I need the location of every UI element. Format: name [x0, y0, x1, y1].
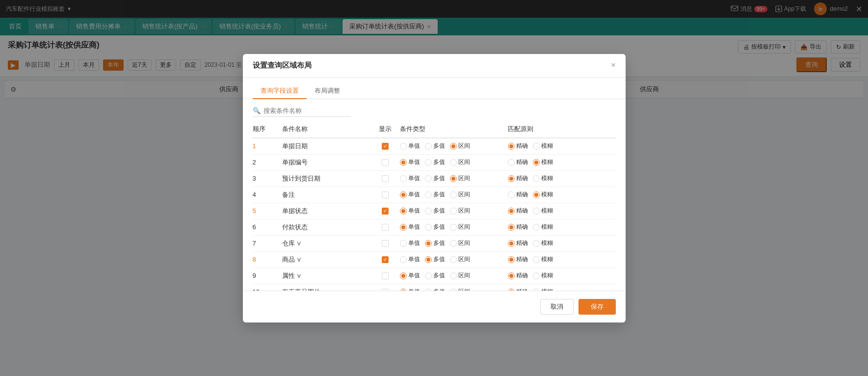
row-4-type-range[interactable]: 区间	[450, 190, 470, 199]
row-5-type-range[interactable]: 区间	[450, 207, 470, 215]
row-2-match-fuzzy[interactable]: 模糊	[533, 158, 553, 166]
row-9-match-fuzzy[interactable]: 模糊	[533, 271, 553, 280]
col-match-header: 匹配原则	[508, 125, 616, 134]
table-row: 2 单据编号 单值 多值	[253, 155, 616, 171]
table-row: 8 商品 ∨ 单值 多值	[253, 252, 616, 268]
row-5-type-single[interactable]: 单值	[400, 207, 420, 215]
row-8-type-single[interactable]: 单值	[400, 255, 420, 264]
row-9-display[interactable]	[370, 272, 400, 279]
row-6-match-exact[interactable]: 精确	[508, 223, 528, 231]
row-5-match: 精确 模糊	[508, 207, 616, 215]
row-5-display[interactable]	[370, 208, 400, 215]
row-6-type-single[interactable]: 单值	[400, 223, 420, 231]
row-7-display[interactable]	[370, 240, 400, 247]
dialog-close-btn[interactable]: ×	[611, 61, 615, 69]
modal-overlay[interactable]: 设置查询区域布局 × 查询字段设置 布局调整 🔍 顺序 条件名称	[0, 0, 868, 376]
row-8-type-multi[interactable]: 多值	[425, 255, 445, 264]
row-3-type-multi[interactable]: 多值	[425, 174, 445, 183]
row-3-type-range[interactable]: 区间	[450, 174, 470, 183]
row-7-type-single[interactable]: 单值	[400, 239, 420, 247]
row-3-match-fuzzy[interactable]: 模糊	[533, 174, 553, 183]
row-1-type: 单值 多值 区间	[400, 142, 508, 150]
tab-layout-adjust[interactable]: 布局调整	[307, 83, 348, 99]
row-1-type-range[interactable]: 区间	[450, 142, 470, 150]
row-7-checkbox[interactable]	[382, 240, 389, 247]
search-box: 🔍	[253, 105, 351, 117]
row-2-type-range[interactable]: 区间	[450, 158, 470, 166]
row-9-type-multi[interactable]: 多值	[425, 271, 445, 280]
row-5-name: 单据状态	[282, 207, 370, 215]
row-2-checkbox[interactable]	[382, 159, 389, 166]
row-4-type-multi[interactable]: 多值	[425, 190, 445, 199]
row-6-display[interactable]	[370, 224, 400, 231]
row-2-type-multi[interactable]: 多值	[425, 158, 445, 166]
row-9-checkbox[interactable]	[382, 272, 389, 279]
search-input[interactable]	[263, 107, 342, 114]
row-6-type-multi[interactable]: 多值	[425, 223, 445, 231]
row-7-name: 仓库 ∨	[282, 239, 370, 248]
row-7-type-range[interactable]: 区间	[450, 239, 470, 247]
table-row: 10 有无商品图片 单值 多值	[253, 284, 616, 291]
row-5-match-exact[interactable]: 精确	[508, 207, 528, 215]
row-8-name: 商品 ∨	[282, 255, 370, 264]
row-5-type-multi[interactable]: 多值	[425, 207, 445, 215]
row-1-match-fuzzy[interactable]: 模糊	[533, 142, 553, 150]
row-9-name: 属性 ∨	[282, 271, 370, 280]
dialog-table-header: 顺序 条件名称 显示 条件类型 匹配原则	[253, 121, 616, 138]
row-8-match-fuzzy[interactable]: 模糊	[533, 255, 553, 264]
row-3-match-exact[interactable]: 精确	[508, 174, 528, 183]
save-button[interactable]: 保存	[579, 299, 616, 315]
row-9-type-range[interactable]: 区间	[450, 271, 470, 280]
row-6-checkbox[interactable]	[382, 224, 389, 231]
row-3-display[interactable]	[370, 175, 400, 182]
table-row: 4 备注 单值 多值	[253, 187, 616, 203]
row-8-match-exact[interactable]: 精确	[508, 255, 528, 264]
row-8-display[interactable]	[370, 256, 400, 263]
row-4-match: 精确 模糊	[508, 190, 616, 199]
row-5-checkbox[interactable]	[382, 208, 389, 215]
row-8-checkbox[interactable]	[382, 256, 389, 263]
row-7-type: 单值 多值 区间	[400, 239, 508, 247]
row-4-checkbox[interactable]	[382, 191, 389, 198]
row-1-checkbox[interactable]	[382, 143, 389, 150]
row-3-checkbox[interactable]	[382, 175, 389, 182]
row-5-match-fuzzy[interactable]: 模糊	[533, 207, 553, 215]
row-8-type-range[interactable]: 区间	[450, 255, 470, 264]
tab-query-fields[interactable]: 查询字段设置	[253, 83, 307, 99]
dialog-tabs: 查询字段设置 布局调整	[243, 78, 626, 99]
dialog-table-area: 顺序 条件名称 显示 条件类型 匹配原则 1 单据日期	[243, 121, 626, 291]
row-2-type-single[interactable]: 单值	[400, 158, 420, 166]
row-7-match-exact[interactable]: 精确	[508, 239, 528, 247]
row-1-display[interactable]	[370, 143, 400, 150]
row-4-type-single[interactable]: 单值	[400, 190, 420, 199]
row-3-type-single[interactable]: 单值	[400, 174, 420, 183]
row-4-match-fuzzy[interactable]: 模糊	[533, 190, 553, 199]
row-1-match-exact[interactable]: 精确	[508, 142, 528, 150]
row-9-type-single[interactable]: 单值	[400, 271, 420, 280]
row-6-type-range[interactable]: 区间	[450, 223, 470, 231]
table-row: 5 单据状态 单值 多值	[253, 203, 616, 219]
search-icon: 🔍	[253, 107, 261, 114]
row-2-display[interactable]	[370, 159, 400, 166]
row-1-type-multi[interactable]: 多值	[425, 142, 445, 150]
row-8-order: 8	[253, 256, 282, 263]
row-2-order: 2	[253, 159, 282, 166]
row-6-match-fuzzy[interactable]: 模糊	[533, 223, 553, 231]
row-1-order: 1	[253, 142, 282, 150]
row-4-match-exact[interactable]: 精确	[508, 190, 528, 199]
row-6-order: 6	[253, 223, 282, 231]
row-9-order: 9	[253, 272, 282, 279]
row-9-match-exact[interactable]: 精确	[508, 271, 528, 280]
row-2-match-exact[interactable]: 精确	[508, 158, 528, 166]
row-7-match-fuzzy[interactable]: 模糊	[533, 239, 553, 247]
row-5-type: 单值 多值 区间	[400, 207, 508, 215]
row-7-match: 精确 模糊	[508, 239, 616, 247]
cancel-button[interactable]: 取消	[540, 299, 574, 315]
row-7-type-multi[interactable]: 多值	[425, 239, 445, 247]
row-4-type: 单值 多值 区间	[400, 190, 508, 199]
row-4-display[interactable]	[370, 191, 400, 198]
col-name-header: 条件名称	[282, 125, 370, 134]
table-row: 9 属性 ∨ 单值 多值	[253, 268, 616, 284]
row-8-match: 精确 模糊	[508, 255, 616, 264]
row-1-type-single[interactable]: 单值	[400, 142, 420, 150]
